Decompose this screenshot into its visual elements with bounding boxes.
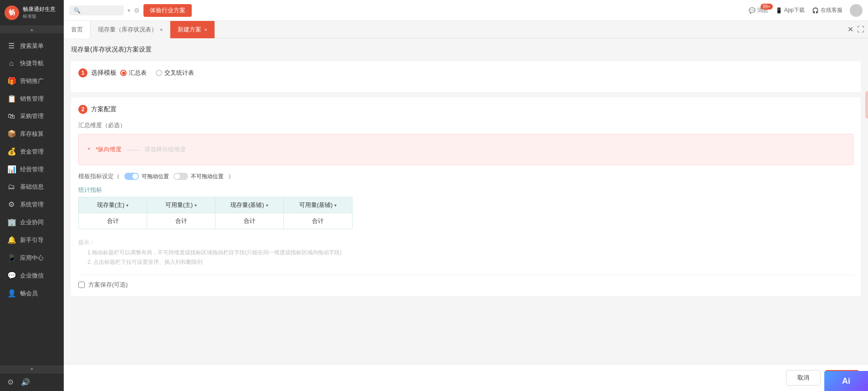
tab-new-plan[interactable]: 新建方案 × — [170, 21, 214, 38]
cancel-button[interactable]: 取消 — [786, 370, 821, 386]
tab-inventory-status[interactable]: 现存量（库存状况表） × — [91, 21, 170, 38]
radio-summary[interactable]: 汇总表 — [120, 69, 147, 77]
app-download-label: App下载 — [784, 6, 805, 14]
col-base-qty-chevron[interactable]: ▾ — [266, 203, 268, 208]
close-tab-button[interactable]: ✕ — [848, 25, 853, 34]
hints-title: 提示： — [78, 239, 95, 246]
stats-section: 统计指标 现存量(主) ▾ 可用量(主) ▾ 现存量(基辅) — [78, 186, 853, 231]
money-icon: 💰 — [7, 147, 15, 156]
tab-new-plan-label: 新建方案 — [178, 26, 201, 34]
sidebar-nav: ☰ 搜索菜单 ⌂ 快捷导航 🎁 营销推广 📋 销售管理 🛍 采购管理 📦 库存核… — [0, 33, 64, 365]
app-name: 畅康通好生意 — [23, 6, 56, 13]
ai-button[interactable]: Ai — [824, 371, 868, 391]
sidebar-item-inventory[interactable]: 📦 库存核算 — [0, 125, 64, 143]
sidebar-item-wechat[interactable]: 💬 企业微信 — [0, 267, 64, 284]
col-main-qty-chevron[interactable]: ▾ — [126, 203, 128, 208]
bell-icon: 🔔 — [7, 236, 15, 244]
sidebar-item-newbie[interactable]: 🔔 新手引导 — [0, 231, 64, 249]
topbar-search-box[interactable]: 🔍 — [69, 5, 124, 15]
online-service-button[interactable]: 🎧 在线客服 — [812, 6, 842, 14]
dimension-required-star: * — [88, 146, 90, 153]
sidebar-item-operations[interactable]: 📊 经营管理 — [0, 160, 64, 178]
toggle-draggable-knob — [133, 174, 138, 179]
step1-section: 1 选择模板 汇总表 交叉统计表 — [71, 61, 861, 92]
message-badge: 99+ — [761, 4, 773, 10]
tab-home[interactable]: 首页 — [64, 21, 91, 38]
message-button[interactable]: 💬 消息 99+ — [749, 6, 768, 14]
speaker-icon[interactable]: 🔊 — [21, 378, 30, 386]
col-available-main-chevron[interactable]: ▾ — [194, 203, 197, 208]
sidebar-item-enterprise[interactable]: 🏢 企业协同 — [0, 213, 64, 231]
dimension-area[interactable]: * *纵向维度 —— 请选择分组维度 — [78, 134, 853, 165]
cell-available-main-total: 合计 — [147, 213, 215, 229]
toggle-not-draggable[interactable]: 不可拖动位置 — [174, 173, 224, 180]
dimension-dash: —— — [127, 146, 139, 153]
sidebar-item-sales[interactable]: 📋 销售管理 — [0, 90, 64, 108]
sidebar-scroll-up[interactable]: ▲ — [0, 26, 64, 33]
step2-section: 2 方案配置 汇总维度（必选） * *纵向维度 —— 请选择分组维度 模板指标设… — [71, 98, 861, 296]
col-main-qty[interactable]: 现存量(主) ▾ — [79, 197, 147, 213]
col-base-qty[interactable]: 现存量(基辅) ▾ — [215, 197, 284, 213]
topbar-chevron-icon[interactable]: ▾ — [128, 7, 130, 14]
radio-cross-circle — [156, 70, 162, 76]
save-checkbox[interactable] — [78, 282, 85, 288]
tab-inventory-close-icon[interactable]: × — [160, 27, 163, 32]
sidebar-label-marketing: 营销推广 — [20, 77, 44, 85]
col-available-base[interactable]: 可用量(基辅) ▾ — [284, 197, 352, 213]
box-icon: 📦 — [7, 129, 15, 138]
app-download-button[interactable]: 📱 App下载 — [776, 6, 805, 14]
sidebar-label-search: 搜索菜单 — [20, 42, 44, 50]
sidebar-item-system[interactable]: ⚙ 系统管理 — [0, 196, 64, 213]
main-content: 🔍 ▾ ⚙ 体验行业方案 💬 消息 99+ 📱 App下载 🎧 在线客服 — [64, 0, 868, 391]
tab-new-plan-close-icon[interactable]: × — [204, 27, 207, 32]
sidebar-item-finance[interactable]: 💰 资金管理 — [0, 143, 64, 160]
topbar-right: 💬 消息 99+ 📱 App下载 🎧 在线客服 — [749, 4, 863, 17]
radio-cross[interactable]: 交叉统计表 — [156, 69, 194, 77]
sidebar-item-app-center[interactable]: 📱 应用中心 — [0, 249, 64, 267]
dimension-row: * *纵向维度 —— 请选择分组维度 — [88, 145, 844, 154]
sidebar-item-search[interactable]: ☰ 搜索菜单 — [0, 37, 64, 55]
sidebar-item-member[interactable]: 👤 畅会员 — [0, 284, 64, 302]
headset-icon: 🎧 — [812, 7, 819, 14]
toggle-draggable[interactable]: 可拖动位置 — [124, 173, 169, 180]
sidebar-label-sales: 销售管理 — [20, 95, 44, 103]
topbar: 🔍 ▾ ⚙ 体验行业方案 💬 消息 99+ 📱 App下载 🎧 在线客服 — [64, 0, 868, 21]
step1-title: 选择模板 — [91, 69, 117, 77]
col-available-main-label: 可用量(主) — [165, 201, 193, 209]
toggle-not-draggable-pill[interactable] — [174, 173, 188, 180]
topbar-settings-icon[interactable]: ⚙ — [134, 7, 140, 14]
toggle-draggable-pill[interactable] — [124, 173, 139, 180]
tabs-right-controls: ✕ ⛶ — [844, 25, 868, 34]
sidebar-item-purchase[interactable]: 🛍 采购管理 — [0, 108, 64, 125]
clipboard-icon: 📋 — [7, 94, 15, 103]
indicator-settings-text: 模板指标设定（ — [78, 172, 120, 180]
col-base-qty-label: 现存量(基辅) — [230, 201, 264, 209]
dimension-placeholder: 请选择分组维度 — [144, 145, 186, 154]
sidebar-label-wechat: 企业微信 — [20, 272, 44, 280]
sidebar-label-basic-info: 基础信息 — [20, 183, 44, 191]
folder-icon: 🗂 — [7, 183, 15, 191]
col-available-main[interactable]: 可用量(主) ▾ — [147, 197, 215, 213]
sidebar-item-quick-nav[interactable]: ⌂ 快捷导航 — [0, 55, 64, 72]
save-label: 方案保存(可选) — [88, 281, 128, 289]
expand-tab-button[interactable]: ⛶ — [857, 26, 864, 34]
settings-footer-icon[interactable]: ⚙ — [7, 378, 14, 386]
search-icon: 🔍 — [74, 7, 81, 14]
gift-icon: 🎁 — [7, 77, 15, 85]
app-logo-icon: 畅 — [5, 5, 19, 20]
industry-plan-button[interactable]: 体验行业方案 — [143, 4, 192, 17]
message-icon: 💬 — [749, 7, 756, 14]
ai-button-label: Ai — [842, 376, 850, 386]
hint-item-2: 2. 点击标题栏下拉可设置排序、插入列和删除列 — [87, 257, 853, 268]
sidebar-logo: 畅 畅康通好生意 标准版 — [0, 0, 64, 26]
sidebar-item-basic-info[interactable]: 🗂 基础信息 — [0, 178, 64, 196]
page-title: 现存量(库存状况表)方案设置 — [71, 46, 861, 54]
col-available-base-label: 可用量(基辅) — [299, 201, 333, 209]
sidebar-label-system: 系统管理 — [20, 201, 44, 209]
col-available-base-chevron[interactable]: ▾ — [334, 203, 337, 208]
sidebar-item-marketing[interactable]: 🎁 营销推广 — [0, 72, 64, 90]
sidebar-scroll-down[interactable]: ▼ — [0, 365, 64, 373]
stats-label: 统计指标 — [78, 186, 853, 194]
cell-available-base-total: 合计 — [284, 213, 352, 229]
radio-summary-dot — [122, 72, 125, 75]
